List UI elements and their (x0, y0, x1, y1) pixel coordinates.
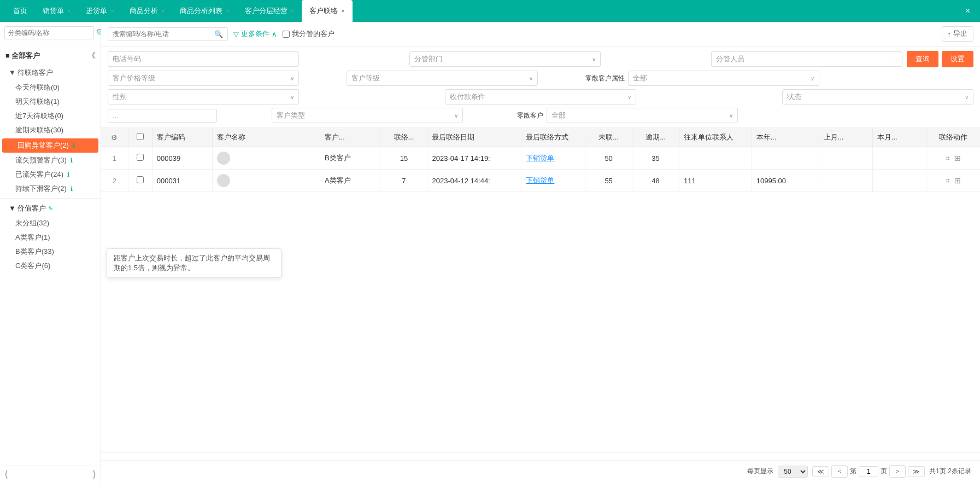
close-customer-contact-icon[interactable]: × (341, 8, 344, 14)
payment-filter[interactable]: 收付款条件 ∨ (445, 89, 636, 104)
row2-avatar (217, 174, 230, 187)
row2-name (213, 170, 320, 192)
col-header-code: 客户编码 (152, 128, 213, 147)
first-page-button[interactable]: ≪ (812, 466, 829, 477)
value-edit-icon[interactable]: ✎ (48, 205, 53, 212)
nav-product-analysis[interactable]: 商品分析 × (122, 0, 172, 22)
sidebar-search-icon[interactable]: 🔍 (96, 28, 101, 37)
advanced-filter: 电话号码 分管部门 ∨ 分管人员 ... 查询 设置 (101, 47, 980, 128)
filter-more-conditions[interactable]: ▽ 更多条件 ∧ (233, 29, 277, 39)
customer-type-chevron-icon: ∨ (454, 113, 458, 119)
col-header-person: 往来单位联系人 (679, 128, 752, 147)
filter-search-box: 🔍 (108, 27, 228, 41)
last-page-button[interactable]: ≫ (908, 466, 925, 477)
col-header-name: 客户名称 (213, 128, 320, 147)
sidebar-bottom: ⟨ ⟩ (0, 466, 101, 482)
nav-customer-contact[interactable]: 客户联络 × (302, 0, 352, 22)
row2-link-icon[interactable]: ⌗ (946, 176, 950, 185)
customer-type-filter[interactable]: 客户类型 ∨ (272, 108, 463, 123)
horizontal-scrollbar[interactable] (101, 452, 980, 460)
nav-customer-segment[interactable]: 客户分层经营 × (237, 0, 302, 22)
row1-name (213, 147, 320, 170)
nav-purchase-order[interactable]: 进货单 × (78, 0, 121, 22)
nav-sales-order[interactable]: 销货单 × (35, 0, 78, 22)
filter-search-input[interactable] (113, 30, 214, 38)
close-customer-segment-icon[interactable]: × (291, 8, 294, 14)
department-filter[interactable]: 分管部门 ∨ (409, 51, 601, 67)
retail-attr-chevron-icon: ∨ (811, 76, 814, 82)
prev-page-button[interactable]: ＜ (831, 465, 848, 478)
sidebar-item-overdue[interactable]: 逾期未联络(30) (0, 123, 101, 137)
table-settings-icon[interactable]: ⚙ (111, 133, 118, 142)
my-customers-checkbox[interactable] (283, 31, 290, 38)
manager-filter[interactable]: 分管人员 ... (711, 51, 902, 67)
sidebar-nav-right-icon[interactable]: ⟩ (92, 468, 96, 480)
retail-customer-filter[interactable]: 全部 ∨ (547, 108, 738, 123)
sidebar-item-class-b[interactable]: B类客户(33) (0, 245, 101, 259)
query-button[interactable]: 查询 (907, 51, 938, 67)
row1-link-icon[interactable]: ⌗ (946, 154, 950, 163)
tree-group-pending: ▼ 待联络客户 今天待联络(0) 明天待联络(1) 近7天待联络(0) 逾期未联… (0, 65, 101, 137)
close-purchase-icon[interactable]: × (110, 8, 114, 14)
select-all-checkbox[interactable] (137, 133, 144, 140)
sidebar-item-today[interactable]: 今天待联络(0) (0, 80, 101, 95)
retail-attr-filter[interactable]: 全部 ∨ (628, 71, 819, 86)
close-product-analysis-icon[interactable]: × (161, 8, 165, 14)
status-filter[interactable]: 状态 ∨ (782, 89, 973, 104)
page-number-input[interactable] (859, 466, 878, 477)
sidebar-expand-icon[interactable]: ⟨ (4, 468, 8, 480)
rebuy-anomaly-info-icon[interactable]: ℹ (73, 142, 75, 149)
row1-lastmonth (819, 147, 872, 170)
churn-warning-info-icon[interactable]: ℹ (71, 157, 73, 164)
row2-checkbox[interactable] (137, 176, 144, 183)
close-sales-order-icon[interactable]: × (67, 8, 71, 14)
sidebar-all-customers[interactable]: ■ 全部客户 《 (0, 48, 101, 64)
department-chevron-icon: ∨ (592, 56, 596, 62)
row2-grid-icon[interactable]: ⊞ (954, 176, 961, 185)
nav-product-analysis-list[interactable]: 商品分析列表 × (172, 0, 237, 22)
sidebar-item-ungroup[interactable]: 未分组(32) (0, 216, 101, 230)
sidebar-item-declining[interactable]: 持续下滑客户(2) ℹ (0, 182, 101, 196)
row1-type: B类客户 (320, 147, 380, 170)
col-header-lastway: 最后联络方式 (521, 128, 585, 147)
setting-button[interactable]: 设置 (942, 51, 973, 67)
row1-checkbox[interactable] (137, 154, 144, 161)
phone-filter[interactable]: 电话号码 (108, 51, 299, 67)
row1-thisyear (752, 147, 819, 170)
nav-home[interactable]: 首页 (5, 0, 35, 22)
row1-lastway: 下销货单 (521, 147, 585, 170)
close-product-list-icon[interactable]: × (226, 8, 229, 14)
sidebar-item-class-c[interactable]: C类客户(6) (0, 259, 101, 273)
page-size-select[interactable]: 50 100 200 (778, 466, 808, 478)
filter-bar: 🔍 ▽ 更多条件 ∧ 我分管的客户 ↑ 导出 (101, 22, 980, 47)
filter-row-4: ... 客户类型 ∨ 零散客户 全部 ∨ (108, 108, 973, 123)
row1-thismonth (872, 147, 926, 170)
window-close-button[interactable]: × (961, 6, 975, 16)
sidebar-item-churn-warning[interactable]: 流失预警客户(3) ℹ (0, 153, 101, 167)
customer-level-filter[interactable]: 客户等级 ∨ (347, 71, 538, 86)
sidebar-item-class-a[interactable]: A类客户(1) (0, 230, 101, 245)
more-filter[interactable]: ... (108, 109, 217, 123)
col-header-contact: 联络... (380, 128, 427, 147)
next-page-button[interactable]: ＞ (889, 465, 906, 478)
sidebar: 🔍 ■ 全部客户 《 ▼ 待联络客户 今天待联络(0) 明天待联络(1) 近7天… (0, 22, 101, 482)
sidebar-search-input[interactable] (4, 26, 94, 39)
filter-search-icon[interactable]: 🔍 (214, 30, 223, 38)
export-button[interactable]: ↑ 导出 (942, 26, 974, 42)
table-row: 1 000039 (101, 147, 980, 170)
churned-info-icon[interactable]: ℹ (67, 171, 69, 178)
sidebar-item-rebuy-anomaly[interactable]: 回购异常客户(2) ℹ (2, 138, 98, 153)
sidebar-item-tomorrow[interactable]: 明天待联络(1) (0, 95, 101, 109)
row1-check (128, 147, 152, 170)
row1-grid-icon[interactable]: ⊞ (954, 154, 961, 163)
tree-group-pending-title[interactable]: ▼ 待联络客户 (0, 65, 101, 80)
main-layout: 🔍 ■ 全部客户 《 ▼ 待联络客户 今天待联络(0) 明天待联络(1) 近7天… (0, 22, 980, 482)
price-level-filter[interactable]: 客户价格等级 ∨ (108, 71, 299, 86)
tree-subgroup-value-title[interactable]: ▼ 价值客户 ✎ (0, 201, 101, 216)
gender-filter[interactable]: 性别 ∨ (108, 89, 299, 104)
sidebar-item-7days[interactable]: 近7天待联络(0) (0, 109, 101, 123)
sidebar-fold-icon[interactable]: 《 (88, 51, 95, 61)
declining-info-icon[interactable]: ℹ (71, 185, 73, 192)
row2-overdue: 48 (632, 170, 679, 192)
sidebar-item-churned[interactable]: 已流失客户(24) ℹ (0, 167, 101, 182)
